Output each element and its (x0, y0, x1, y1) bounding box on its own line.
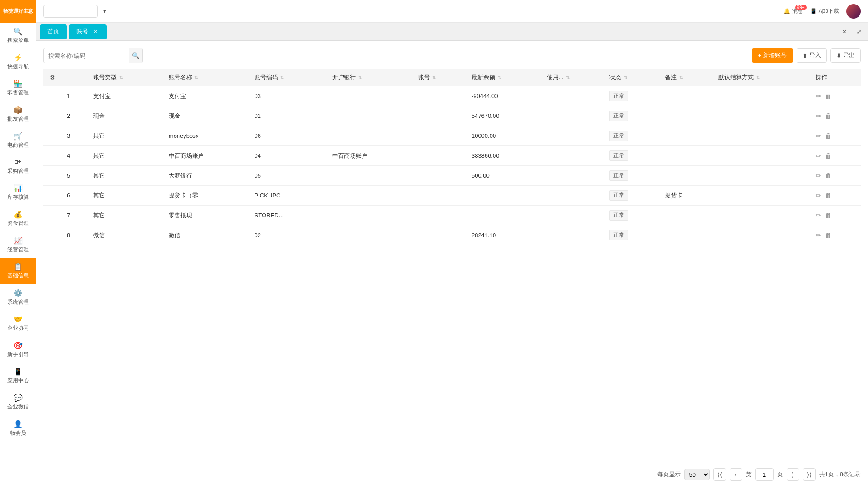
row-remark: 提货卡 (660, 186, 713, 206)
sidebar-item-wholesale-mgmt[interactable]: 📦批发管理 (0, 101, 36, 127)
sidebar-item-newbie-guide[interactable]: 🎯新手引导 (0, 337, 36, 363)
sidebar-icon-purchase-mgmt: 🛍 (2, 158, 34, 166)
tab-close-button[interactable]: ✕ (839, 26, 850, 37)
row-account (413, 146, 466, 166)
th-default-pay[interactable]: 默认结算方式 ⇅ (713, 69, 810, 86)
delete-icon[interactable]: 🗑 (825, 172, 832, 179)
th-account[interactable]: 账号 ⇅ (413, 69, 466, 86)
sidebar-label-enterprise-agreement: 企业协同 (2, 324, 34, 332)
th-code[interactable]: 账号编码 ⇅ (249, 69, 327, 86)
sidebar-item-app-center[interactable]: 📱应用中心 (0, 363, 36, 389)
delete-icon[interactable]: 🗑 (825, 112, 832, 120)
edit-icon[interactable]: ✏ (816, 152, 821, 160)
row-type: 其它 (88, 206, 163, 225)
page-next-button[interactable]: ⟩ (787, 468, 799, 481)
row-default-pay (713, 86, 810, 106)
sidebar-label-ecommerce-mgmt: 电商管理 (2, 141, 34, 149)
message-button[interactable]: 🔔 消息 99+ (783, 7, 803, 15)
topbar-search-input[interactable] (43, 5, 98, 18)
delete-icon[interactable]: 🗑 (825, 132, 832, 140)
sidebar-item-enterprise-agreement[interactable]: 🤝企业协同 (0, 310, 36, 337)
row-usage (542, 146, 604, 166)
sidebar-item-ecommerce-mgmt[interactable]: 🛒电商管理 (0, 127, 36, 154)
row-action: ✏ 🗑 (810, 186, 861, 206)
row-balance: 28241.10 (466, 225, 542, 245)
add-account-button[interactable]: + 新增账号 (752, 48, 793, 63)
page-first-button[interactable]: ⟨⟨ (713, 468, 726, 481)
sidebar-icon-retail-mgmt: 🏪 (2, 80, 34, 88)
table-row: 4 其它 中百商场账户 04 中百商场账户 383866.00 正常 ✏ 🗑 (43, 146, 861, 166)
user-avatar[interactable] (846, 4, 861, 19)
tab-home[interactable]: 首页 (40, 24, 67, 39)
page-input[interactable] (755, 468, 774, 481)
action-icons: ✏ 🗑 (816, 172, 855, 180)
import-button[interactable]: ⬆ 导入 (797, 48, 827, 63)
sidebar-item-basic-info[interactable]: 📋基础信息 (0, 258, 36, 284)
page-last-button[interactable]: ⟩⟩ (803, 468, 816, 481)
delete-icon[interactable]: 🗑 (825, 192, 832, 199)
edit-icon[interactable]: ✏ (816, 192, 821, 200)
row-code: 06 (249, 126, 327, 146)
row-no: 7 (61, 206, 88, 225)
th-balance[interactable]: 最新余额 ⇅ (466, 69, 542, 86)
message-badge: 99+ (795, 5, 807, 10)
sidebar-item-retail-mgmt[interactable]: 🏪零售管理 (0, 75, 36, 101)
row-default-pay (713, 186, 810, 206)
page-size-select[interactable]: 50 10 20 100 (684, 469, 710, 480)
th-status[interactable]: 状态 ⇅ (604, 69, 660, 86)
table-row: 6 其它 提货卡（零... PICKUPC... 正常 提货卡 ✏ 🗑 (43, 186, 861, 206)
edit-icon[interactable]: ✏ (816, 231, 821, 239)
tab-account-close-icon[interactable]: ✕ (92, 28, 99, 35)
sidebar-icon-enterprise-agreement: 🤝 (2, 315, 34, 324)
topbar-dropdown[interactable]: ▾ (103, 8, 106, 14)
sidebar-item-quick-nav[interactable]: ⚡快捷导航 (0, 49, 36, 75)
row-name: 微信 (163, 225, 249, 245)
search-button[interactable]: 🔍 (129, 48, 142, 63)
row-code: 02 (249, 225, 327, 245)
delete-icon[interactable]: 🗑 (825, 211, 832, 219)
sidebar-item-search-menu[interactable]: 🔍搜索菜单 (0, 23, 36, 49)
row-default-pay (713, 225, 810, 245)
row-account (413, 166, 466, 186)
edit-icon[interactable]: ✏ (816, 92, 821, 100)
edit-icon[interactable]: ✏ (816, 172, 821, 180)
sidebar-label-inventory: 库存核算 (2, 193, 34, 201)
edit-icon[interactable]: ✏ (816, 132, 821, 140)
sidebar-item-purchase-mgmt[interactable]: 🛍采购管理 (0, 154, 36, 179)
row-usage (542, 166, 604, 186)
sidebar-item-system-mgmt[interactable]: ⚙️系统管理 (0, 284, 36, 310)
sidebar-label-wholesale-mgmt: 批发管理 (2, 115, 34, 123)
export-button[interactable]: ⬇ 导出 (830, 48, 861, 63)
th-remark[interactable]: 备注 ⇅ (660, 69, 713, 86)
th-bank[interactable]: 开户银行 ⇅ (327, 69, 413, 86)
status-badge: 正常 (609, 170, 628, 181)
sidebar-item-fund-mgmt[interactable]: 💰资金管理 (0, 206, 36, 232)
row-settings-cell (43, 225, 61, 245)
sidebar-item-ops-mgmt[interactable]: 📈经营管理 (0, 232, 36, 258)
edit-icon[interactable]: ✏ (816, 112, 821, 120)
th-settings[interactable]: ⚙ (43, 69, 61, 86)
row-action: ✏ 🗑 (810, 86, 861, 106)
row-action: ✏ 🗑 (810, 126, 861, 146)
tab-account-label: 账号 (76, 28, 88, 36)
tab-account[interactable]: 账号 ✕ (69, 24, 107, 39)
row-usage (542, 206, 604, 225)
delete-icon[interactable]: 🗑 (825, 92, 832, 100)
row-account (413, 225, 466, 245)
delete-icon[interactable]: 🗑 (825, 152, 832, 160)
th-usage[interactable]: 使用... ⇅ (542, 69, 604, 86)
sidebar-item-inventory[interactable]: 📊库存核算 (0, 179, 36, 206)
tab-maximize-button[interactable]: ⤢ (854, 26, 864, 37)
sidebar-item-enterprise-wechat[interactable]: 💬企业微信 (0, 389, 36, 415)
th-type[interactable]: 账号类型 ⇅ (88, 69, 163, 86)
sidebar-item-chang-member[interactable]: 👤畅会员 (0, 415, 36, 441)
search-input[interactable] (44, 50, 129, 62)
app-download-button[interactable]: 📱 App下载 (810, 7, 839, 15)
edit-icon[interactable]: ✏ (816, 211, 821, 220)
delete-icon[interactable]: 🗑 (825, 231, 832, 239)
main-area: ▾ 🔔 消息 99+ 📱 App下载 首页 账号 ✕ ✕ ⤢ (36, 0, 868, 488)
th-name[interactable]: 账号名称 ⇅ (163, 69, 249, 86)
page-prev-button[interactable]: ⟨ (730, 468, 742, 481)
row-settings-cell (43, 166, 61, 186)
sidebar-label-system-mgmt: 系统管理 (2, 298, 34, 306)
